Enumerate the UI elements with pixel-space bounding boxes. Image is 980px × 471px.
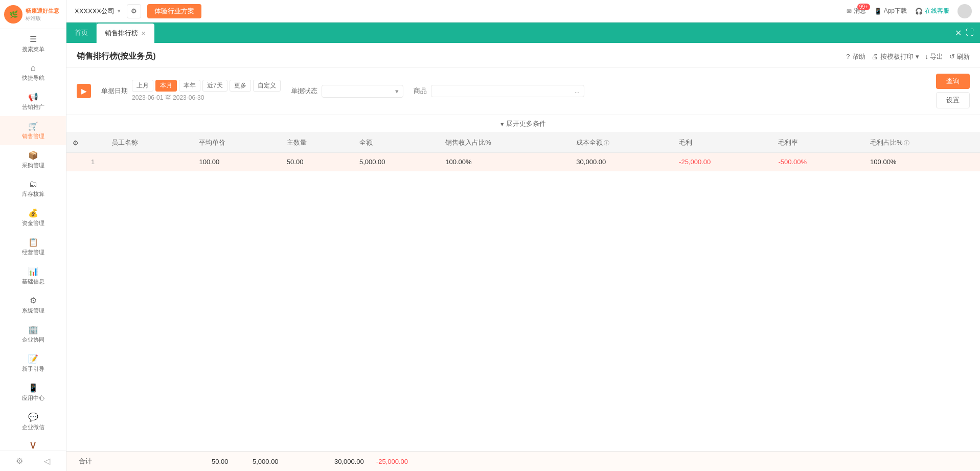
sidebar-item-appcenter[interactable]: 📱 应用中心 xyxy=(0,378,66,407)
col-gross: 毛利 xyxy=(673,133,772,153)
sidebar-item-label: 新手引导 xyxy=(22,365,44,373)
sidebar-item-operations[interactable]: 📋 经营管理 xyxy=(0,232,66,261)
baseinfo-icon: 📊 xyxy=(28,266,38,276)
sidebar-item-inventory[interactable]: 🗂 库存核算 xyxy=(0,174,66,203)
sidebar-item-label: 资金管理 xyxy=(22,219,44,227)
sidebar-item-purchase[interactable]: 📦 采购管理 xyxy=(0,145,66,174)
sidebar-item-search[interactable]: ☰ 搜索菜单 xyxy=(0,29,66,58)
goods-input[interactable]: ... xyxy=(431,85,584,97)
logo-text: 畅康通好生意 标准版 xyxy=(26,7,59,22)
content-area: 销售排行榜(按业务员) ? 帮助 🖨 按模板打印 ▾ ↓ 导出 xyxy=(66,43,980,471)
sidebar-item-label: 销售管理 xyxy=(22,132,44,140)
cell-sales-pct: 100.00% xyxy=(439,153,570,171)
cell-amount: 5,000.00 xyxy=(353,153,439,171)
col-amount: 全额 xyxy=(353,133,439,153)
help-button[interactable]: ? 帮助 xyxy=(846,52,865,61)
wechat-icon: 💬 xyxy=(28,412,38,422)
filter-bar: ▶ 单据日期 上月 本月 本年 近7天 更多 自定义 2023-06-01 xyxy=(66,68,980,115)
goods-more-link[interactable]: ... xyxy=(575,87,580,95)
sidebar-item-label: 企业微信 xyxy=(22,423,44,431)
sidebar-footer: ⚙ ◁ xyxy=(0,451,66,471)
guide-icon: 📝 xyxy=(28,354,38,364)
app-download-button[interactable]: 📱 App下载 xyxy=(874,7,907,15)
chevron-down-icon: ▾ xyxy=(118,8,121,14)
export-button[interactable]: ↓ 导出 xyxy=(925,52,944,61)
user-avatar[interactable] xyxy=(958,4,972,18)
page-actions: ? 帮助 🖨 按模板打印 ▾ ↓ 导出 ↺ 刷新 xyxy=(846,52,970,61)
cost-info-icon[interactable]: ⓘ xyxy=(604,139,609,147)
col-cost: 成本全额 ⓘ xyxy=(570,133,673,153)
date-filter-group: 单据日期 上月 本月 本年 近7天 更多 自定义 2023-06-01 至 20… xyxy=(101,80,281,102)
sidebar-item-marketing[interactable]: 📢 营销推广 xyxy=(0,87,66,116)
page-title: 销售排行榜(按业务员) xyxy=(77,51,156,62)
message-button[interactable]: ✉ 消息 99+ xyxy=(847,7,866,15)
sidebar-item-system[interactable]: ⚙ 系统管理 xyxy=(0,290,66,320)
sidebar-item-enterprise[interactable]: 🏢 企业协同 xyxy=(0,320,66,349)
sidebar-item-quicknav[interactable]: ⌂ 快捷导航 xyxy=(0,58,66,87)
question-icon: ? xyxy=(846,53,850,60)
trial-button[interactable]: 体验行业方案 xyxy=(147,4,201,18)
status-select[interactable]: ▾ xyxy=(322,85,403,98)
sidebar-item-finance[interactable]: 💰 资金管理 xyxy=(0,203,66,232)
sidebar-item-label: 系统管理 xyxy=(22,307,44,315)
date-custom-button[interactable]: 自定义 xyxy=(253,80,281,92)
filter-toggle-button[interactable]: ▶ xyxy=(77,84,91,98)
sidebar-item-label: 搜索菜单 xyxy=(22,46,44,53)
footer-cost: 30,000.00 xyxy=(328,458,370,465)
tab-minimize-icon[interactable]: ✕ xyxy=(955,28,962,38)
company-name: XXXXXX公司 xyxy=(75,7,115,16)
gross-pct-info-icon[interactable]: ⓘ xyxy=(904,139,909,147)
date-this-year-button[interactable]: 本年 xyxy=(179,80,200,92)
date-this-month-button[interactable]: 本月 xyxy=(155,80,177,92)
expand-more-row: ▾ 展开更多条件 xyxy=(66,115,980,133)
query-button[interactable]: 查询 xyxy=(936,74,970,89)
sidebar-item-label: 应用中心 xyxy=(22,394,44,402)
settings-button[interactable]: 设置 xyxy=(936,92,970,108)
sidebar-item-sales[interactable]: 🛒 销售管理 xyxy=(0,116,66,145)
date-more-button[interactable]: 更多 xyxy=(230,80,251,92)
phone-icon: 📱 xyxy=(874,8,882,15)
system-icon: ⚙ xyxy=(30,296,37,305)
tab-maximize-icon[interactable]: ⛶ xyxy=(966,28,974,37)
cell-gross-rate: -500.00% xyxy=(772,153,864,171)
cell-employee-name xyxy=(105,153,193,171)
cell-settings xyxy=(66,153,85,171)
col-settings[interactable]: ⚙ xyxy=(66,133,85,153)
online-service-button[interactable]: 🎧 在线客服 xyxy=(915,7,949,15)
sidebar-collapse-button[interactable]: ◁ xyxy=(44,456,50,466)
col-employee-name: 员工名称 xyxy=(105,133,193,153)
col-avg-price: 平均单价 xyxy=(193,133,280,153)
cell-rank: 1 xyxy=(85,153,105,171)
print-button[interactable]: 🖨 按模板打印 ▾ xyxy=(872,52,919,61)
operations-icon: 📋 xyxy=(28,237,38,247)
sidebar-item-member[interactable]: V 畅会员 xyxy=(0,436,66,451)
sidebar-item-label: 采购管理 xyxy=(22,162,44,169)
table-footer: 合计 50.00 5,000.00 30,000.00 -25,000.00 xyxy=(66,451,980,471)
expand-more-button[interactable]: ▾ 展开更多条件 xyxy=(500,119,546,128)
finance-icon: 💰 xyxy=(28,208,38,218)
sidebar-item-baseinfo[interactable]: 📊 基础信息 xyxy=(0,261,66,290)
company-selector[interactable]: XXXXXX公司 ▾ xyxy=(75,7,121,16)
tab-close-icon[interactable]: ✕ xyxy=(141,30,146,37)
sidebar-item-label: 营销推广 xyxy=(22,103,44,111)
date-7days-button[interactable]: 近7天 xyxy=(202,80,227,92)
sidebar-item-wechat[interactable]: 💬 企业微信 xyxy=(0,407,66,436)
date-last-month-button[interactable]: 上月 xyxy=(132,80,153,92)
tab-sales-rank[interactable]: 销售排行榜 ✕ xyxy=(97,24,154,43)
main-area: XXXXXX公司 ▾ ⚙ 体验行业方案 ✉ 消息 99+ 📱 App下载 🎧 在… xyxy=(66,0,980,471)
header-right: ✉ 消息 99+ 📱 App下载 🎧 在线客服 xyxy=(847,4,972,18)
tab-home[interactable]: 首页 xyxy=(66,23,97,43)
sidebar-settings-button[interactable]: ⚙ xyxy=(16,456,23,466)
col-qty: 主数量 xyxy=(281,133,353,153)
col-gross-pct: 毛利占比% ⓘ xyxy=(864,133,980,153)
sidebar-item-guide[interactable]: 📝 新手引导 xyxy=(0,349,66,378)
chevron-down-icon: ▾ xyxy=(500,120,504,128)
footer-amount: 5,000.00 xyxy=(246,458,287,465)
goods-filter-group: 商品 ... xyxy=(414,85,584,97)
tab-actions: ✕ ⛶ xyxy=(949,28,980,38)
gear-icon: ⚙ xyxy=(131,7,137,15)
date-quick-buttons: 上月 本月 本年 近7天 更多 自定义 xyxy=(132,80,281,92)
header-settings-button[interactable]: ⚙ xyxy=(127,4,141,18)
member-icon: V xyxy=(30,441,36,451)
refresh-button[interactable]: ↺ 刷新 xyxy=(949,52,970,61)
